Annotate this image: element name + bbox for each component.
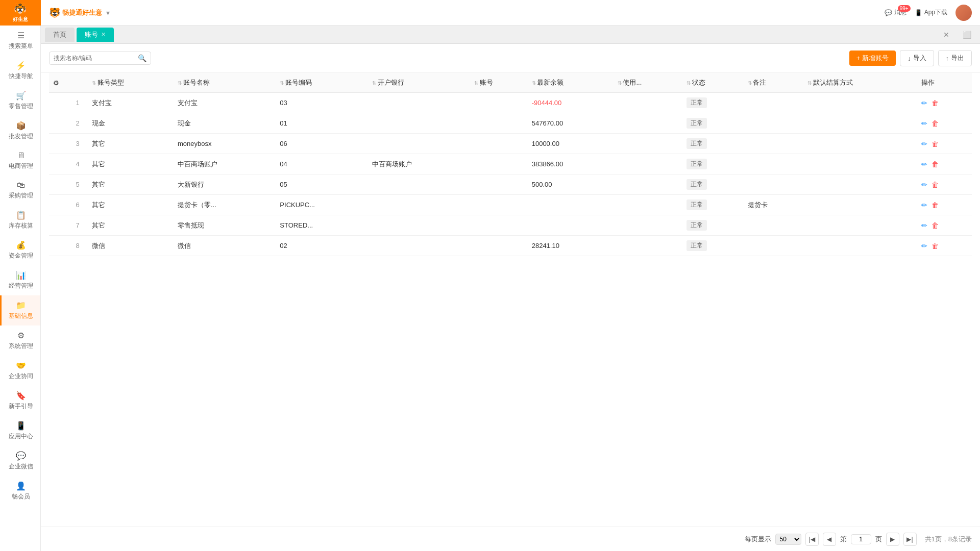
row-code: 05 — [276, 174, 368, 195]
col-code[interactable]: ⇅ 账号编码 — [276, 73, 368, 93]
sidebar-item-inventory[interactable]: 📋 库存核算 — [0, 205, 40, 235]
edit-button[interactable]: ✏ — [921, 160, 927, 168]
row-default-settle — [803, 236, 917, 256]
row-balance: 10000.00 — [528, 134, 614, 154]
col-settings[interactable]: ⚙ — [49, 73, 67, 93]
search-input[interactable] — [54, 55, 135, 62]
sidebar-item-label: 企业协同 — [9, 372, 33, 381]
last-page-button[interactable]: ▶| — [903, 533, 917, 546]
row-remark — [744, 236, 803, 256]
page-number-input[interactable] — [851, 534, 871, 544]
col-status[interactable]: ⇅ 状态 — [682, 73, 743, 93]
edit-button[interactable]: ✏ — [921, 181, 927, 189]
tab-home[interactable]: 首页 — [45, 28, 75, 42]
tab-account-label: 账号 — [85, 30, 98, 39]
table-row: 8 微信 微信 02 28241.10 正常 ✏ 🗑 — [49, 236, 972, 256]
topbar: 🐯 畅捷通好生意 ▾ 💬 消息 99+ 📱 App下载 — [41, 0, 980, 26]
sidebar-item-label: 采购管理 — [9, 191, 33, 200]
row-code: 02 — [276, 236, 368, 256]
message-button[interactable]: 💬 消息 99+ — [885, 8, 906, 17]
wholesale-icon: 📦 — [16, 121, 26, 131]
row-remark — [744, 93, 803, 113]
sidebar-item-basic[interactable]: 📁 基础信息 — [0, 295, 40, 325]
sidebar-item-ecommerce[interactable]: 🖥 电商管理 — [0, 146, 40, 176]
window-close-button[interactable]: ✕ — [937, 26, 955, 44]
col-account[interactable]: ⇅ 账号 — [470, 73, 528, 93]
sidebar-item-wechat[interactable]: 💬 企业微信 — [0, 446, 40, 476]
row-account — [470, 195, 528, 215]
edit-button[interactable]: ✏ — [921, 242, 927, 250]
next-page-button[interactable]: ▶ — [886, 533, 899, 546]
edit-button[interactable]: ✏ — [921, 201, 927, 209]
sidebar-item-label: 库存核算 — [9, 221, 33, 230]
edit-button[interactable]: ✏ — [921, 221, 927, 230]
delete-button[interactable]: 🗑 — [932, 99, 939, 107]
wechat-icon: 💬 — [16, 451, 26, 461]
col-name[interactable]: ⇅ 账号名称 — [174, 73, 276, 93]
row-type: 其它 — [88, 195, 174, 215]
sidebar-item-agreement[interactable]: 🤝 企业协同 — [0, 356, 40, 386]
sidebar-item-purchase[interactable]: 🛍 采购管理 — [0, 176, 40, 205]
sidebar-item-shortcut[interactable]: ⚡ 快捷导航 — [0, 56, 40, 86]
prev-page-button[interactable]: ◀ — [823, 533, 836, 546]
col-balance[interactable]: ⇅ 最新余额 — [528, 73, 614, 93]
sidebar-item-capital[interactable]: 💰 资金管理 — [0, 235, 40, 265]
col-balance-sort-icon: ⇅ — [532, 80, 537, 86]
per-page-select[interactable]: 50 100 200 — [775, 534, 801, 545]
app-download-label: App下载 — [924, 8, 947, 17]
col-type-sort-icon: ⇅ — [92, 80, 97, 86]
row-bank — [368, 93, 470, 113]
row-account — [470, 215, 528, 236]
sidebar-item-retail[interactable]: 🛒 零售管理 — [0, 86, 40, 116]
tab-account[interactable]: 账号 ✕ — [77, 28, 114, 42]
member-icon: 👤 — [16, 481, 26, 491]
export-button[interactable]: ↑ 导出 — [938, 50, 972, 66]
row-settings — [49, 134, 67, 154]
delete-button[interactable]: 🗑 — [932, 181, 939, 189]
add-account-button[interactable]: + 新增账号 — [849, 51, 896, 66]
search-box[interactable]: 🔍 — [49, 52, 151, 65]
sidebar-item-search[interactable]: ☰ 搜索菜单 — [0, 26, 40, 56]
col-remark[interactable]: ⇅ 备注 — [744, 73, 803, 93]
delete-button[interactable]: 🗑 — [932, 242, 939, 250]
row-num: 5 — [67, 174, 88, 195]
row-bank — [368, 174, 470, 195]
sidebar-item-label: 基础信息 — [9, 312, 33, 320]
delete-button[interactable]: 🗑 — [932, 160, 939, 168]
edit-button[interactable]: ✏ — [921, 140, 927, 148]
sidebar-item-guide[interactable]: 🔖 新手引导 — [0, 386, 40, 416]
delete-button[interactable]: 🗑 — [932, 119, 939, 128]
row-type: 现金 — [88, 113, 174, 134]
col-default-settle[interactable]: ⇅ 默认结算方式 — [803, 73, 917, 93]
sidebar-item-label: 经营管理 — [9, 282, 33, 290]
message-badge: 99+ — [898, 5, 911, 12]
first-page-button[interactable]: |◀ — [805, 533, 819, 546]
col-bank[interactable]: ⇅ 开户银行 — [368, 73, 470, 93]
col-type[interactable]: ⇅ 账号类型 — [88, 73, 174, 93]
delete-button[interactable]: 🗑 — [932, 221, 939, 230]
sidebar-item-system[interactable]: ⚙ 系统管理 — [0, 325, 40, 356]
sidebar-item-app-center[interactable]: 📱 应用中心 — [0, 416, 40, 446]
row-account — [470, 134, 528, 154]
sidebar-item-wholesale[interactable]: 📦 批发管理 — [0, 116, 40, 146]
col-usage[interactable]: ⇅ 使用... — [614, 73, 683, 93]
user-avatar[interactable] — [955, 5, 972, 21]
tab-close-icon[interactable]: ✕ — [101, 31, 106, 38]
col-type-label: 账号类型 — [97, 79, 124, 86]
row-action: ✏ 🗑 — [917, 195, 972, 215]
row-default-settle — [803, 174, 917, 195]
capital-icon: 💰 — [16, 240, 26, 250]
app-download-button[interactable]: 📱 App下载 — [915, 8, 947, 17]
sidebar-item-operation[interactable]: 📊 经营管理 — [0, 265, 40, 295]
top-logo-icon: 🐯 — [49, 7, 60, 18]
edit-button[interactable]: ✏ — [921, 119, 927, 128]
sidebar-item-member[interactable]: 👤 畅会员 — [0, 476, 40, 506]
edit-button[interactable]: ✏ — [921, 99, 927, 107]
delete-button[interactable]: 🗑 — [932, 201, 939, 209]
chevron-down-icon[interactable]: ▾ — [106, 9, 110, 17]
delete-button[interactable]: 🗑 — [932, 140, 939, 148]
window-maximize-button[interactable]: ⬜ — [958, 26, 976, 44]
row-action: ✏ 🗑 — [917, 236, 972, 256]
row-settings — [49, 154, 67, 174]
import-button[interactable]: ↓ 导入 — [900, 50, 934, 66]
